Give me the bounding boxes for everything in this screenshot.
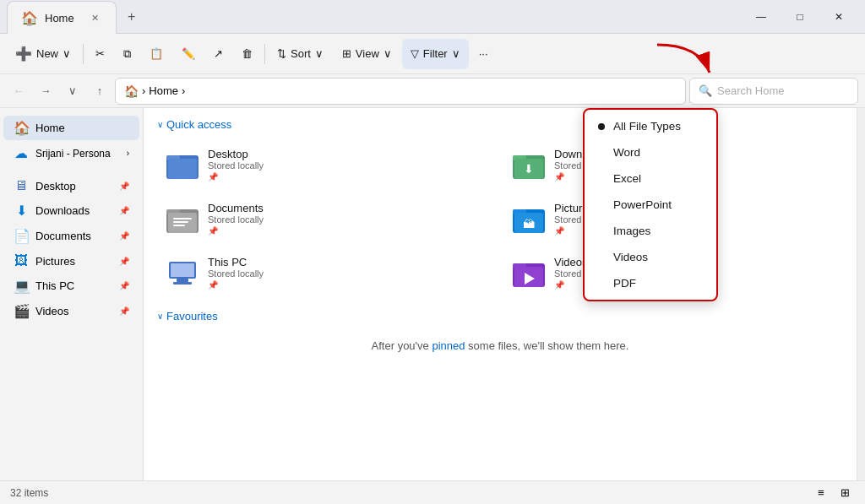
sort-label: Sort (291, 47, 311, 60)
folder-icon-documents (166, 203, 199, 234)
breadcrumb[interactable]: 🏠 › Home › (115, 78, 686, 105)
search-placeholder-text: Search Home (717, 84, 784, 97)
view-button[interactable]: ⊞ View ∨ (334, 39, 400, 69)
breadcrumb-sep2: › (182, 84, 185, 97)
filter-option-images[interactable]: Images (585, 218, 716, 244)
grid-view-button[interactable]: ⊞ (835, 483, 855, 503)
filter-button[interactable]: ▽ Filter ∨ (402, 39, 469, 69)
status-bar: 32 items ≡ ⊞ (0, 480, 865, 504)
selected-dot (598, 123, 605, 130)
sidebar-item-thispc[interactable]: 💻 This PC 📌 (3, 274, 139, 298)
cut-button[interactable]: ✂ (87, 39, 113, 69)
svg-text:🏔: 🏔 (523, 217, 535, 230)
more-icon: ··· (479, 47, 488, 60)
folder-icon-desktop (166, 149, 199, 180)
breadcrumb-home-icon: 🏠 (124, 84, 139, 98)
home-tab-label: Home (45, 12, 74, 24)
up-button[interactable]: ↑ (88, 79, 112, 103)
filter-images-label: Images (613, 225, 650, 237)
filter-option-videos[interactable]: Videos (585, 244, 716, 270)
filter-option-powerpoint[interactable]: PowerPoint (585, 192, 716, 218)
favourites-label: Favourites (166, 310, 218, 322)
cut-icon: ✂ (95, 47, 105, 60)
share-icon: ↗ (214, 47, 223, 60)
sidebar-item-home[interactable]: 🏠 Home (3, 116, 139, 140)
view-icon: ⊞ (342, 47, 351, 60)
delete-button[interactable]: 🗑 (233, 39, 261, 69)
pin-icon-thispc: 📌 (208, 280, 264, 290)
svg-text:⬇: ⬇ (524, 162, 534, 176)
thispc-pin-icon: 📌 (119, 281, 129, 290)
filter-pdf-label: PDF (613, 277, 636, 290)
toolbar: ➕ New ∨ ✂ ⧉ 📋 ✏️ ↗ 🗑 ⇅ Sort ∨ ⊞ View ∨ ▽… (0, 34, 865, 74)
folder-name-thispc: This PC (208, 256, 264, 268)
forward-button[interactable]: → (34, 79, 57, 103)
item-count: 32 items (10, 487, 48, 499)
address-bar: ← → ∨ ↑ 🏠 › Home › 🔍 Search Home (0, 74, 865, 108)
paste-icon: 📋 (150, 47, 163, 60)
sidebar-item-pictures[interactable]: 🖼 Pictures 📌 (3, 249, 139, 273)
filter-option-excel[interactable]: Excel (585, 165, 716, 192)
folder-icon-videos (512, 257, 546, 288)
quickaccess-chevron-icon: ∨ (157, 120, 163, 129)
favourites-chevron-icon: ∨ (157, 312, 163, 321)
filter-option-pdf[interactable]: PDF (585, 270, 716, 296)
pin-icon-desktop: 📌 (208, 172, 264, 182)
filter-option-word[interactable]: Word (585, 139, 716, 165)
sort-button[interactable]: ⇅ Sort ∨ (269, 39, 332, 69)
sidebar-item-desktop[interactable]: 🖥 Desktop 📌 (3, 174, 139, 198)
svg-rect-19 (177, 279, 188, 282)
folder-item-thispc[interactable]: This PC Stored locally 📌 (157, 249, 497, 296)
filter-label: Filter (423, 47, 448, 60)
tab-close-button[interactable]: ✕ (88, 11, 102, 25)
minimize-button[interactable]: — (742, 3, 781, 30)
filter-dropdown: All File Types Word Excel PowerPoint Ima… (583, 108, 718, 301)
more-button[interactable]: ··· (471, 39, 497, 69)
new-button[interactable]: ➕ New ∨ (7, 39, 79, 69)
sidebar-item-videos[interactable]: 🎬 Videos 📌 (3, 299, 139, 323)
back-button[interactable]: ← (7, 79, 30, 103)
new-tab-button[interactable]: + (120, 5, 144, 29)
share-button[interactable]: ↗ (205, 39, 231, 69)
filter-videos-label: Videos (613, 251, 648, 263)
folder-sub-documents: Stored locally (208, 214, 264, 225)
filter-chevron-icon: ∨ (452, 47, 460, 60)
tab-area: 🏠 Home ✕ + (7, 0, 742, 33)
sidebar-pictures-label: Pictures (35, 255, 75, 268)
sidebar-downloads-label: Downloads (35, 204, 90, 217)
copy-button[interactable]: ⧉ (115, 39, 139, 69)
view-controls: ≡ ⊞ (811, 483, 855, 503)
quickaccess-section-title[interactable]: ∨ Quick access (157, 118, 843, 131)
folder-info-thispc: This PC Stored locally 📌 (208, 256, 264, 290)
documents-pin-icon: 📌 (119, 231, 129, 241)
folder-item-desktop[interactable]: Desktop Stored locally 📌 (157, 141, 497, 188)
pin-icon-documents: 📌 (208, 226, 264, 236)
quickaccess-label: Quick access (166, 118, 231, 131)
rename-button[interactable]: ✏️ (173, 39, 204, 69)
search-icon: 🔍 (699, 84, 712, 97)
filter-option-all[interactable]: All File Types (585, 113, 716, 139)
title-bar: 🏠 Home ✕ + — □ ✕ (0, 0, 865, 34)
list-view-button[interactable]: ≡ (811, 483, 831, 503)
paste-button[interactable]: 📋 (141, 39, 171, 69)
sidebar-thispc-label: This PC (35, 279, 74, 292)
close-button[interactable]: ✕ (819, 3, 858, 30)
folder-item-documents[interactable]: Documents Stored locally 📌 (157, 195, 497, 242)
recent-locations-button[interactable]: ∨ (61, 79, 84, 103)
pictures-pin-icon: 📌 (119, 257, 129, 266)
home-tab[interactable]: 🏠 Home ✕ (7, 1, 117, 34)
sort-icon: ⇅ (277, 47, 286, 60)
onedrive-icon: ☁ (14, 145, 29, 161)
sidebar-item-onedrive[interactable]: ☁ Srijani - Persona › (3, 141, 139, 165)
pinned-word: pinned (432, 339, 465, 352)
favourites-section-title[interactable]: ∨ Favourites (157, 310, 843, 322)
sidebar-item-downloads[interactable]: ⬇ Downloads 📌 (3, 198, 139, 223)
svg-rect-12 (173, 225, 185, 226)
sidebar-home-label: Home (35, 122, 65, 134)
maximize-button[interactable]: □ (781, 3, 819, 30)
breadcrumb-home-label: Home (149, 84, 178, 97)
sidebar: 🏠 Home ☁ Srijani - Persona › 🖥 Desktop 📌… (0, 108, 144, 480)
sidebar-item-documents[interactable]: 📄 Documents 📌 (3, 224, 139, 248)
filter-word-label: Word (613, 146, 640, 159)
scrollbar[interactable] (857, 108, 865, 480)
